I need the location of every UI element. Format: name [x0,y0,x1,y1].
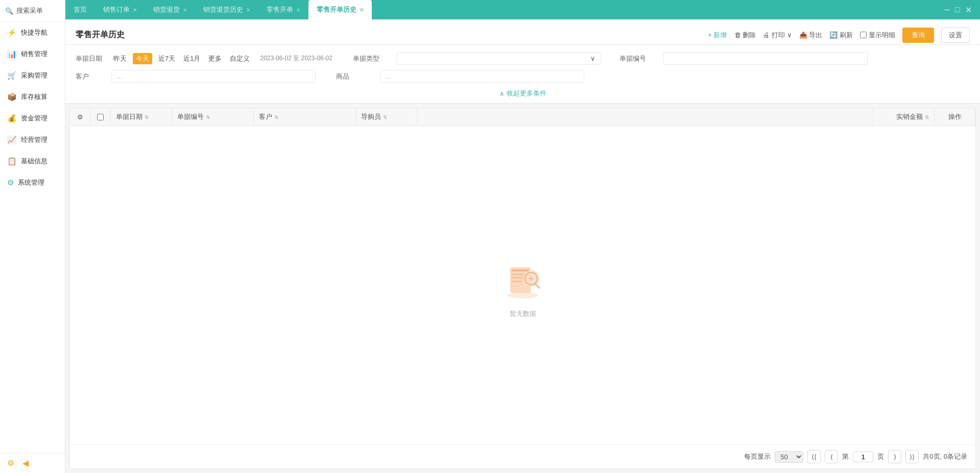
sidebar-item-base-info[interactable]: 📋 基础信息 [0,151,65,172]
total-info: 共0页, 0条记录 [923,452,967,461]
doc-num-label: 单据编号 [619,54,655,63]
tab-sales-return[interactable]: 销货退货 ✕ [145,0,195,19]
date-opt-custom[interactable]: 自定义 [228,53,252,64]
th-action-label: 操作 [948,112,962,121]
sidebar-item-quick-nav[interactable]: ⚡ 快捷导航 [0,22,65,43]
sidebar-settings-icon[interactable]: ⚙ [7,458,14,468]
tab-sales-order-close[interactable]: ✕ [133,7,137,13]
doc-num-input[interactable] [663,52,868,65]
print-arrow-icon: ∨ [787,31,792,39]
svg-rect-3 [512,273,525,275]
sidebar-item-finance[interactable]: 💰 资金管理 [0,108,65,129]
print-label: 🖨 打印 [763,31,785,40]
svg-line-8 [535,284,539,288]
add-button[interactable]: + 新增 [708,31,727,40]
goods-label: 商品 [336,72,372,81]
th-guide-sort[interactable]: ⇅ [383,114,387,120]
th-num[interactable]: 单据编号 ⇅ [172,108,254,126]
maximize-button[interactable]: □ [955,5,960,14]
th-customer-sort[interactable]: ⇅ [274,114,278,120]
tab-sales-order-label: 销售订单 [103,5,130,14]
sidebar-item-label: 经营管理 [21,135,47,144]
page-suffix-label: 页 [877,452,884,461]
sidebar-item-inventory[interactable]: 📦 库存核算 [0,86,65,108]
date-opt-yesterday[interactable]: 昨天 [111,53,129,64]
tab-sales-return-hist-label: 销货退货历史 [203,5,243,14]
sidebar-item-operations[interactable]: 📈 经营管理 [0,129,65,151]
prev-page-button[interactable]: ⟨ [825,450,838,463]
customer-input[interactable]: ... [111,70,316,83]
pagination: 每页显示 50 100 200 ⟨⟨ ⟨ 第 1 页 ⟩ ⟩⟩ 共0页, 0条记… [70,444,975,468]
date-opt-today[interactable]: 今天 [133,53,152,64]
empty-text: 暂无数据 [510,309,536,318]
tab-sales-order[interactable]: 销售订单 ✕ [95,0,145,19]
date-opt-more[interactable]: 更多 [206,53,224,64]
doc-type-arrow: ∨ [590,55,595,62]
tab-sales-return-hist-close[interactable]: ✕ [246,7,250,13]
display-detail-check[interactable] [860,32,867,38]
sidebar-search[interactable]: 🔍 搜索采单 [0,0,65,22]
next-page-button[interactable]: ⟩ [888,450,901,463]
delete-button[interactable]: 🗑 删除 [734,31,756,40]
svg-rect-2 [512,269,529,271]
tab-retail-open[interactable]: 零售开单 ✕ [258,0,308,19]
settings-button[interactable]: 设置 [941,28,970,43]
th-guide-label: 导购员 [361,112,381,121]
th-date-sort[interactable]: ⇅ [145,114,149,120]
per-page-label: 每页显示 [744,452,771,461]
sidebar-item-system-mgmt[interactable]: ⚙ 系统管理 [0,172,65,193]
th-num-sort[interactable]: ⇅ [206,114,210,120]
page-header: 零售开单历史 + 新增 🗑 删除 🖨 打印 ∨ 📤 导出 🔄 刷新 显示明细 查… [65,19,980,45]
export-button[interactable]: 📤 导出 [799,31,823,40]
minimize-button[interactable]: ─ [944,5,950,14]
base-info-icon: 📋 [7,157,17,166]
window-controls: ─ □ ✕ [944,5,980,15]
sales-icon: 📊 [7,49,17,59]
close-button[interactable]: ✕ [965,5,972,15]
page-size-select[interactable]: 50 100 200 [775,451,803,463]
tab-retail-open-hist-label: 零售开单历史 [317,5,356,14]
first-page-button[interactable]: ⟨⟨ [807,450,821,463]
date-range-display: 2023-06-02 至 2023-06-02 [260,54,332,63]
date-opt-1month[interactable]: 近1月 [181,53,202,64]
tab-home[interactable]: 首页 [65,0,95,19]
tab-retail-open-close[interactable]: ✕ [296,7,300,13]
sidebar-item-purchase-mgmt[interactable]: 🛒 采购管理 [0,65,65,86]
select-all-checkbox[interactable] [97,114,104,120]
th-checkbox[interactable] [90,108,111,126]
th-amount[interactable]: 实销金额 ⇅ [873,108,935,126]
collapse-button[interactable]: ∧ 收起更多条件 [499,89,546,98]
th-customer[interactable]: 客户 ⇅ [254,108,356,126]
main-area: 首页 销售订单 ✕ 销货退货 ✕ 销货退货历史 ✕ 零售开单 ✕ 零售开单历史 … [65,0,980,473]
filter-row-2: 客户 ... 商品 ... [76,70,970,83]
last-page-button[interactable]: ⟩⟩ [905,450,919,463]
th-settings[interactable]: ⚙ [70,108,90,126]
print-button[interactable]: 🖨 打印 ∨ [763,31,792,40]
tab-sales-return-close[interactable]: ✕ [183,7,187,13]
collapse-text: 收起更多条件 [507,89,546,98]
date-opt-7days[interactable]: 近7天 [156,53,177,64]
column-settings-icon[interactable]: ⚙ [77,113,83,121]
th-amount-sort[interactable]: ⇅ [925,114,929,120]
tab-retail-open-hist[interactable]: 零售开单历史 ✕ [308,0,372,19]
display-detail-checkbox[interactable]: 显示明细 [860,31,895,40]
current-page-input[interactable]: 1 [853,452,873,462]
doc-type-select[interactable]: ∨ [397,52,601,65]
query-button[interactable]: 查询 [902,28,934,43]
date-label: 单据日期 [76,54,111,63]
filter-panel: 单据日期 昨天 今天 近7天 近1月 更多 自定义 2023-06-02 至 2… [65,45,980,104]
sidebar-collapse-icon[interactable]: ◀ [22,458,29,468]
goods-input[interactable]: ... [380,70,584,83]
svg-point-0 [508,292,538,298]
tab-retail-open-hist-close[interactable]: ✕ [360,7,364,13]
refresh-button[interactable]: 🔄 刷新 [829,31,853,40]
search-icon: 🔍 [5,7,13,15]
th-date[interactable]: 单据日期 ⇅ [111,108,172,126]
tab-sales-return-hist[interactable]: 销货退货历史 ✕ [195,0,258,19]
th-guide[interactable]: 导购员 ⇅ [356,108,417,126]
sidebar-item-sales-mgmt[interactable]: 📊 销售管理 [0,43,65,65]
sidebar-search-label: 搜索采单 [16,6,43,15]
th-num-label: 单据编号 [177,112,204,121]
purchase-icon: 🛒 [7,71,17,80]
toolbar: + 新增 🗑 删除 🖨 打印 ∨ 📤 导出 🔄 刷新 显示明细 查询 设置 [708,28,970,43]
